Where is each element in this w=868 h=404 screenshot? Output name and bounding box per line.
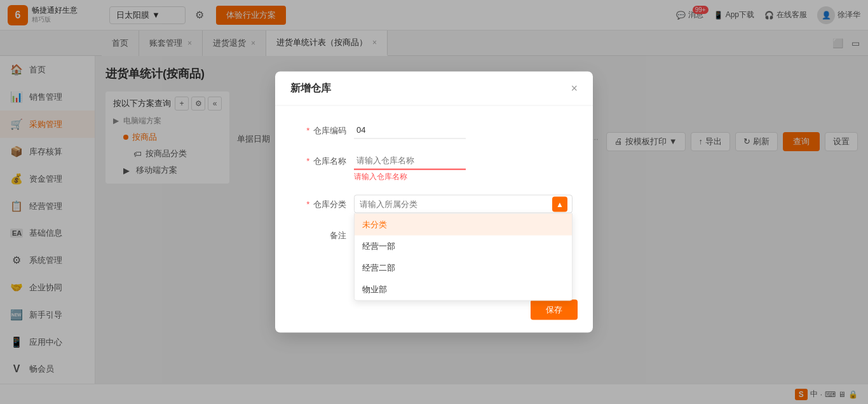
category-input[interactable] — [354, 195, 573, 213]
add-warehouse-dialog: 新增仓库 × * 仓库编码 * 仓库名称 请输入仓库名称 — [275, 72, 593, 333]
code-label: * 仓库编码 — [295, 121, 346, 137]
code-input-wrap — [354, 121, 573, 139]
dialog-close-button[interactable]: × — [571, 82, 578, 95]
save-button[interactable]: 保存 — [531, 300, 578, 320]
code-input[interactable] — [354, 121, 466, 139]
dialog-body: * 仓库编码 * 仓库名称 请输入仓库名称 * 仓库分类 — [275, 106, 593, 292]
dropdown-item-uncategorized[interactable]: 未分类 — [355, 214, 572, 236]
name-input-wrap: 请输入仓库名称 — [354, 152, 573, 182]
name-row: * 仓库名称 请输入仓库名称 — [295, 152, 573, 182]
category-dropdown: 未分类 经营一部 经营二部 物业部 — [354, 213, 573, 301]
category-input-wrap: ▲ 未分类 经营一部 经营二部 物业部 — [354, 195, 573, 213]
code-row: * 仓库编码 — [295, 121, 573, 139]
dropdown-item-property[interactable]: 物业部 — [355, 279, 572, 300]
name-label: * 仓库名称 — [295, 152, 346, 167]
category-row: * 仓库分类 ▲ 未分类 经营一部 经营二部 物业部 — [295, 195, 573, 213]
dropdown-item-dept2[interactable]: 经营二部 — [355, 257, 572, 279]
name-input[interactable] — [354, 152, 466, 170]
category-label: * 仓库分类 — [295, 195, 346, 210]
dialog-header: 新增仓库 × — [275, 72, 593, 106]
remark-label: 备注 — [295, 226, 346, 241]
dialog-title: 新增仓库 — [290, 82, 331, 95]
dropdown-item-dept1[interactable]: 经营一部 — [355, 236, 572, 257]
category-toggle-button[interactable]: ▲ — [552, 196, 567, 212]
name-error-msg: 请输入仓库名称 — [354, 172, 573, 182]
